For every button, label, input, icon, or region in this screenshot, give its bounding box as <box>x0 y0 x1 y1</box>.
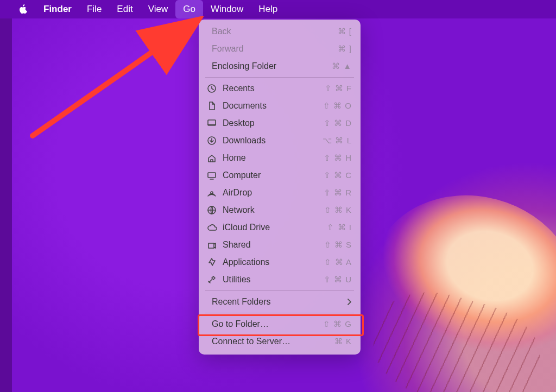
menu-item-go-to-folder[interactable]: Go to Folder…⇧ ⌘ G <box>199 315 361 333</box>
menu-item-label: Enclosing Folder <box>212 61 326 71</box>
cloud-icon <box>206 222 217 233</box>
menu-item-label: AirDrop <box>223 188 318 198</box>
menubar-item-view[interactable]: View <box>141 0 176 18</box>
menu-item-shortcut: ⇧ ⌘ A <box>324 257 352 267</box>
menu-item-label: iCloud Drive <box>223 223 321 232</box>
menu-item-shortcut: ⌘ [ <box>338 27 352 36</box>
clock-icon <box>206 83 217 94</box>
menu-item-label: Forward <box>212 44 332 54</box>
menu-item-label: Recent Folders <box>212 297 341 307</box>
airdrop-icon <box>206 187 217 198</box>
apple-menu[interactable] <box>11 0 36 18</box>
menu-item-label: Go to Folder… <box>212 319 318 329</box>
menu-item-shortcut: ⇧ ⌘ O <box>323 101 352 111</box>
menu-item-shortcut: ⇧ ⌘ D <box>324 118 352 128</box>
menu-item-label: Utilities <box>223 275 318 284</box>
menu-item-home[interactable]: Home⇧ ⌘ H <box>199 149 361 167</box>
menu-item-shortcut: ⇧ ⌘ C <box>324 170 352 180</box>
menu-item-shortcut: ⌘ ] <box>338 44 352 54</box>
menu-item-label: Connect to Server… <box>212 337 329 346</box>
menubar-item-window[interactable]: Window <box>203 0 251 18</box>
menu-item-recents[interactable]: Recents⇧ ⌘ F <box>199 80 361 97</box>
menu-item-applications[interactable]: Applications⇧ ⌘ A <box>199 254 361 271</box>
home-icon <box>206 153 217 163</box>
menu-item-shortcut: ⇧ ⌘ F <box>325 84 352 93</box>
menu-item-label: Applications <box>223 257 319 267</box>
menubar-item-go[interactable]: Go <box>175 0 203 18</box>
menu-item-enclosing-folder[interactable]: Enclosing Folder⌘ ▲ <box>199 58 361 75</box>
utilities-icon <box>206 274 217 285</box>
menu-item-shortcut: ⇧ ⌘ K <box>324 205 352 215</box>
menu-item-computer[interactable]: Computer⇧ ⌘ C <box>199 167 361 184</box>
menu-item-shortcut: ⇧ ⌘ G <box>323 319 352 329</box>
shared-icon <box>206 239 217 250</box>
menu-item-connect-to-server[interactable]: Connect to Server…⌘ K <box>199 333 361 350</box>
menu-item-label: Home <box>223 153 318 163</box>
menu-separator <box>205 77 354 78</box>
menu-item-documents[interactable]: Documents⇧ ⌘ O <box>199 97 361 115</box>
menubar-item-file[interactable]: File <box>79 0 109 18</box>
menubar-app-name[interactable]: Finder <box>36 0 79 18</box>
menu-item-shortcut: ⌘ ▲ <box>332 61 352 71</box>
menu-item-label: Shared <box>223 240 319 250</box>
apps-icon <box>206 257 217 268</box>
menu-item-downloads[interactable]: Downloads⌥ ⌘ L <box>199 132 361 149</box>
menu-item-recent-folders[interactable]: Recent Folders <box>199 293 361 311</box>
menubar-item-help[interactable]: Help <box>251 0 285 18</box>
desktop-icon <box>206 118 217 129</box>
menu-item-back: Back⌘ [ <box>199 23 361 40</box>
menubar: Finder FileEditViewGoWindowHelp <box>0 0 556 18</box>
menu-item-forward: Forward⌘ ] <box>199 40 361 58</box>
menu-item-utilities[interactable]: Utilities⇧ ⌘ U <box>199 271 361 288</box>
menu-item-shortcut: ⇧ ⌘ S <box>324 240 352 250</box>
menu-item-shortcut: ⇧ ⌘ R <box>324 188 352 198</box>
svg-rect-3 <box>208 173 216 178</box>
apple-logo-icon <box>18 4 28 15</box>
menu-item-desktop[interactable]: Desktop⇧ ⌘ D <box>199 115 361 132</box>
menu-separator <box>205 290 354 291</box>
menubar-item-edit[interactable]: Edit <box>109 0 140 18</box>
download-icon <box>206 135 217 146</box>
chevron-right-icon <box>346 298 352 306</box>
document-icon <box>206 100 217 111</box>
menu-item-shortcut: ⇧ ⌘ H <box>324 153 352 163</box>
menu-item-label: Desktop <box>223 118 318 128</box>
menu-item-shortcut: ⇧ ⌘ I <box>327 223 352 232</box>
wallpaper-jellyfish <box>352 173 556 392</box>
menu-item-label: Back <box>212 27 332 36</box>
menu-item-shortcut: ⌥ ⌘ L <box>323 136 352 146</box>
menu-item-network[interactable]: Network⇧ ⌘ K <box>199 201 361 219</box>
computer-icon <box>206 170 217 181</box>
menu-item-shortcut: ⇧ ⌘ U <box>324 275 352 284</box>
menu-separator <box>205 313 354 313</box>
menu-item-icloud-drive[interactable]: iCloud Drive⇧ ⌘ I <box>199 219 361 236</box>
menu-item-label: Downloads <box>223 136 317 146</box>
network-icon <box>206 205 217 216</box>
menu-item-shortcut: ⌘ K <box>334 337 352 346</box>
menu-item-label: Documents <box>223 101 318 111</box>
menu-item-label: Network <box>223 205 319 215</box>
menu-item-airdrop[interactable]: AirDrop⇧ ⌘ R <box>199 184 361 201</box>
menu-item-label: Recents <box>223 84 319 93</box>
menu-item-shared[interactable]: Shared⇧ ⌘ S <box>199 236 361 254</box>
go-menu-dropdown: Back⌘ [Forward⌘ ]Enclosing Folder⌘ ▲Rece… <box>199 20 361 355</box>
menu-item-label: Computer <box>223 170 318 180</box>
